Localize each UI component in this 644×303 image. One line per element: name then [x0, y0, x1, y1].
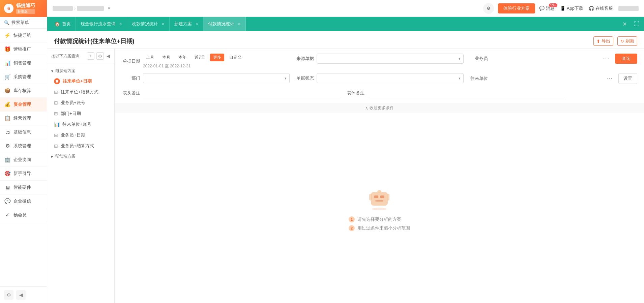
scheme-collapse-btn[interactable]: ◀	[107, 53, 110, 59]
scheme-add-btn[interactable]: +	[87, 52, 94, 60]
base-icon: 🗂	[4, 129, 11, 135]
dept-select[interactable]: ▾	[143, 73, 290, 83]
export-icon: ⬆	[596, 39, 600, 44]
staff-ellipsis-btn[interactable]: ···	[601, 56, 612, 62]
app-download-btn[interactable]: 📱 App下载	[560, 5, 583, 11]
sidebar-item-vip[interactable]: ✓ 畅会员	[0, 208, 47, 222]
topbar: › ▾ ⚙ 体验行业方案 💬 消息 99+ 📱 App下载 🎧 在线客服	[47, 0, 644, 17]
body-note-input[interactable]	[367, 88, 564, 98]
date-btn-last-month[interactable]: 上月	[143, 54, 157, 61]
breadcrumb-blur1	[53, 6, 73, 11]
sidebar-item-marketing[interactable]: 🎁 营销推广	[0, 42, 47, 56]
tab-maximize-btn[interactable]: ⛶	[632, 19, 641, 29]
date-btn-more[interactable]: 更多	[210, 54, 224, 61]
sidebar-item-sales[interactable]: 📊 销售管理	[0, 56, 47, 70]
sidebar-collapse-btn[interactable]: ◀	[16, 290, 26, 300]
scheme-item-label: 业务员+结算方式	[61, 143, 94, 149]
header-note-label: 表头备注	[121, 90, 140, 96]
scheme-item-partner-settle[interactable]: ⊞ 往来单位+结算方式	[47, 87, 114, 97]
sidebar-item-label: 企业协同	[13, 157, 31, 163]
sidebar-item-label: 销售管理	[13, 60, 31, 66]
partner-label: 往来单位	[469, 75, 488, 82]
topbar-right: 💬 消息 99+ 📱 App下载 🎧 在线客服	[539, 5, 639, 11]
sidebar-item-finance[interactable]: 💰 资金管理	[0, 98, 47, 112]
partner-ellipsis-btn[interactable]: ···	[604, 75, 616, 82]
date-label: 单据日期	[121, 58, 140, 64]
trial-btn[interactable]: 体验行业方案	[498, 3, 535, 13]
message-icon: 💬	[539, 6, 545, 11]
scheme-item-label: 部门+日期	[61, 111, 81, 117]
date-btn-this-year[interactable]: 本年	[175, 54, 189, 61]
breadcrumb: ›	[53, 6, 104, 11]
sidebar-item-quick-nav[interactable]: ⚡ 快捷导航	[0, 29, 47, 42]
date-btn-this-month[interactable]: 本月	[159, 54, 173, 61]
refresh-label: 刷新	[625, 38, 634, 44]
date-btn-custom[interactable]: 自定义	[226, 54, 244, 61]
tab-receipt-label: 收款情况统计	[132, 21, 158, 27]
sidebar-item-base[interactable]: 🗂 基础信息	[0, 125, 47, 139]
scheme-item-partner-date[interactable]: 往来单位+日期	[47, 76, 114, 87]
scheme-item-staff-date[interactable]: ⊞ 业务员+日期	[47, 130, 114, 141]
sidebar-settings-btn[interactable]: ⚙	[4, 290, 13, 300]
scheme-settings-btn[interactable]: ⚙	[96, 52, 104, 60]
filter-row-2: 部门 ▾ 单据状态 ▾	[121, 73, 637, 84]
logo-icon: 6	[4, 4, 13, 13]
page-title: 付款情况统计(往来单位+日期)	[54, 37, 593, 45]
tab-new-close[interactable]: ✕	[195, 22, 198, 26]
status-select[interactable]: ▾	[317, 73, 463, 83]
sidebar-item-label: 企业微信	[13, 198, 31, 204]
sidebar-item-purchase[interactable]: 🛒 采购管理	[0, 70, 47, 84]
tab-home[interactable]: 🏠 首页	[50, 17, 76, 31]
tab-new-scheme[interactable]: 新建方案 ✕	[170, 17, 203, 31]
tab-new-label: 新建方案	[174, 21, 192, 27]
scheme-item-dept-date[interactable]: ⊞ 部门+日期	[47, 108, 114, 119]
tab-close-all-btn[interactable]: ✕	[620, 19, 629, 29]
header-note-input[interactable]	[143, 88, 340, 98]
topbar-dropdown-arrow[interactable]: ▾	[108, 6, 110, 11]
tabbar: 🏠 首页 现金银行流水查询 ✕ 收款情况统计 ✕ 新建方案 ✕ 付款情况统计 ✕…	[47, 17, 644, 31]
tab-cashflow[interactable]: 现金银行流水查询 ✕	[76, 17, 127, 31]
tab-receipt-stats[interactable]: 收款情况统计 ✕	[127, 17, 170, 31]
source-select[interactable]: ▾	[317, 54, 463, 64]
refresh-btn[interactable]: ↻ 刷新	[617, 36, 637, 46]
sidebar-item-operation[interactable]: 📋 经营管理	[0, 112, 47, 125]
tab-cashflow-close[interactable]: ✕	[119, 22, 122, 26]
sidebar-item-hardware[interactable]: 🖥 智能硬件	[0, 181, 47, 194]
sidebar-item-label: 采购管理	[13, 74, 31, 80]
staff-label: 业务员	[469, 56, 488, 62]
sidebar-item-label: 库存核算	[13, 88, 31, 94]
topbar-settings-btn[interactable]: ⚙	[483, 3, 494, 14]
scheme-item-staff-settle[interactable]: ⊞ 业务员+结算方式	[47, 141, 114, 151]
sidebar-item-guide[interactable]: 🎯 新手引导	[0, 167, 47, 181]
finance-icon: 💰	[4, 101, 11, 108]
filter-row-3: 表头备注 表体备注	[121, 88, 637, 98]
service-btn[interactable]: 🎧 在线客服	[589, 5, 613, 11]
tab-receipt-close[interactable]: ✕	[162, 22, 165, 26]
sidebar-item-label: 经营管理	[13, 115, 31, 121]
query-btn[interactable]: 查询	[615, 54, 637, 64]
scheme-item-staff-account[interactable]: ⊞ 业务员+账号	[47, 97, 114, 108]
tab-payment-stats[interactable]: 付款情况统计 ✕	[203, 17, 246, 31]
collapse-bar[interactable]: ∧ 收起更多条件	[115, 103, 644, 113]
scheme-panel-body: ▾ 电脑端方案 往来单位+日期 ⊞ 往来单位+	[47, 63, 114, 303]
message-btn[interactable]: 💬 消息 99+	[539, 5, 555, 11]
settings-btn[interactable]: 设置	[618, 73, 637, 84]
scheme-group-desktop[interactable]: ▾ 电脑端方案	[47, 66, 114, 76]
sidebar-item-wechat[interactable]: 💬 企业微信	[0, 194, 47, 208]
search-menu[interactable]: 🔍 搜索菜单	[0, 17, 47, 29]
filter-staff-field: 业务员 ··· 查询	[469, 54, 637, 64]
scheme-group-mobile[interactable]: ▸ 移动端方案	[47, 151, 114, 161]
tabbar-controls: ✕ ⛶	[620, 19, 641, 29]
sidebar-item-system[interactable]: ⚙ 系统管理	[0, 139, 47, 153]
tab-payment-label: 付款情况统计	[208, 21, 234, 27]
sidebar-item-inventory[interactable]: 📦 库存核算	[0, 84, 47, 98]
date-btn-7days[interactable]: 近7天	[192, 54, 208, 61]
tab-payment-close[interactable]: ✕	[238, 22, 241, 26]
guide-icon: 🎯	[4, 170, 11, 177]
sidebar-item-collab[interactable]: 🏢 企业协同	[0, 153, 47, 167]
export-btn[interactable]: ⬆ 导出	[593, 36, 613, 46]
scheme-item-label: 业务员+日期	[61, 132, 85, 138]
content-area: 付款情况统计(往来单位+日期) ⬆ 导出 ↻ 刷新 按以下方案查询 +	[47, 31, 644, 303]
service-icon: 🎧	[589, 6, 594, 11]
scheme-item-partner-account[interactable]: 📊 往来单位+账号	[47, 119, 114, 130]
